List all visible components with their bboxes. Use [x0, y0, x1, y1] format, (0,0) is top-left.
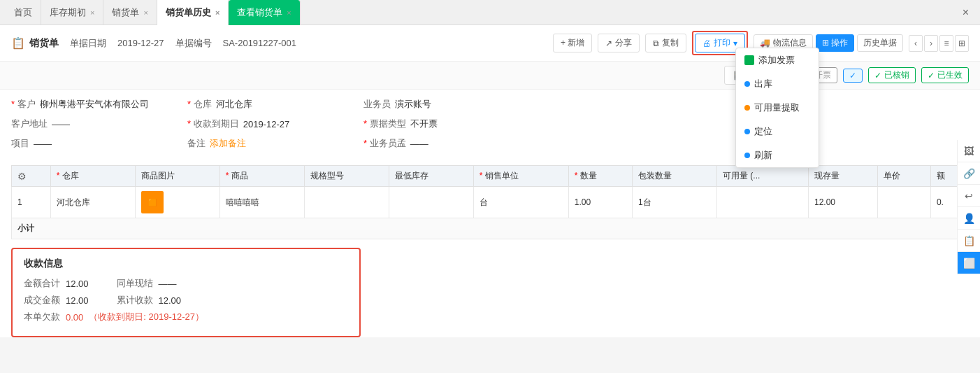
doc-no-value: SA-20191227-001 — [223, 38, 297, 48]
col-product: * 商品 — [219, 166, 304, 187]
doc-date-value: 2019-12-27 — [117, 38, 164, 48]
row-product: 嘻嘻嘻嘻 — [219, 187, 304, 218]
check-icon: ✓ — [874, 71, 881, 80]
payment-row-3: 本单欠款 0.00 （收款到期日: 2019-12-27） — [24, 311, 348, 323]
right-sidebar: 🖼 🔗 ↩ 👤 📋 ⬜ — [957, 140, 980, 274]
share-button[interactable]: ↗ 分享 — [598, 34, 640, 52]
warehouse-out-icon — [744, 81, 750, 87]
total-amount-label: 金额合计 — [24, 277, 60, 290]
sidebar-return-icon[interactable]: ↩ — [958, 185, 980, 207]
sidebar-link-icon[interactable]: 🔗 — [958, 162, 980, 185]
row-product-img: 🟧 — [135, 187, 219, 218]
sidebar-user-icon[interactable]: 👤 — [958, 207, 980, 230]
col-available: 可用量 (... — [717, 166, 809, 187]
confirm-button[interactable]: ✓ — [843, 69, 863, 83]
sidebar-doc-icon[interactable]: 📋 — [958, 230, 980, 252]
warehouse-out-item[interactable]: 出库 — [736, 72, 819, 96]
tab-sales-order-close[interactable]: × — [143, 8, 147, 17]
owe-label: 本单欠款 — [24, 311, 60, 323]
locate-item[interactable]: 定位 — [736, 120, 819, 143]
col-stock: 现存量 — [808, 166, 877, 187]
tab-inventory-init-close[interactable]: × — [90, 8, 94, 17]
history-tab[interactable]: 历史单据 — [857, 34, 903, 52]
tab-home[interactable]: 首页 — [6, 0, 41, 25]
payment-section: 收款信息 金额合计 12.00 同单现结 —— 成交金额 12.00 累计收款 … — [11, 248, 361, 337]
subtotal-label: 小计 — [12, 218, 969, 239]
deal-amount-value: 12.00 — [66, 295, 89, 306]
doc-header: 📋 销货单 单据日期 2019-12-27 单据编号 SA-20191227-0… — [0, 25, 980, 62]
refresh-item[interactable]: 刷新 — [736, 143, 819, 167]
nav-arrows: ‹ › ≡ ⊞ — [909, 35, 969, 52]
staff2-value: —— — [410, 139, 428, 149]
deal-amount-label: 成交金额 — [24, 294, 60, 307]
ticket-type-value: 不开票 — [410, 118, 438, 130]
new-button[interactable]: + 新增 — [553, 34, 592, 52]
window-close-button[interactable]: × — [957, 6, 974, 19]
row-quantity: 1.00 — [568, 187, 632, 218]
effect-button[interactable]: ✓ 已生效 — [921, 67, 969, 83]
main-content: 📋 销货单 单据日期 2019-12-27 单据编号 SA-20191227-0… — [0, 25, 980, 337]
same-order-value: —— — [159, 279, 177, 289]
list-view-icon[interactable]: ≡ — [939, 35, 953, 52]
prev-arrow[interactable]: ‹ — [909, 35, 923, 52]
table-section: ⚙ * 仓库 商品图片 * 商品 规格型号 最低库存 * 销售单位 * 数量 包… — [11, 165, 969, 239]
col-settings[interactable]: ⚙ — [12, 166, 51, 187]
sidebar-image-icon[interactable]: 🖼 — [958, 140, 980, 162]
payment-deal: 成交金额 12.00 — [24, 294, 89, 307]
tab-inventory-init[interactable]: 库存期初 × — [41, 0, 103, 25]
row-min-stock — [389, 187, 473, 218]
add-invoice-icon — [744, 55, 754, 65]
doc-meta: 单据日期 2019-12-27 单据编号 SA-20191227-001 — [70, 37, 296, 50]
confirm-icon: ✓ — [849, 71, 856, 80]
col-product-img: 商品图片 — [135, 166, 219, 187]
effect-check-icon: ✓ — [928, 71, 935, 80]
row-index: 1 — [12, 187, 51, 218]
tab-view-sales-close[interactable]: × — [287, 8, 291, 17]
ticket-type-field: * 票据类型 不开票 — [363, 118, 517, 130]
refresh-icon — [744, 153, 750, 158]
staff-field: 业务员 演示账号 — [363, 98, 517, 111]
settings-icon: ⚙ — [17, 171, 27, 182]
copy-button[interactable]: ⧉ 复制 — [645, 34, 686, 52]
toolbar-row: 📱 来自手机 ● 未开票 ✓ ✓ 已核销 ✓ 已生效 — [0, 62, 980, 90]
sidebar-expand-icon[interactable]: ⬜ — [958, 252, 980, 274]
table-wrapper: ⚙ * 仓库 商品图片 * 商品 规格型号 最低库存 * 销售单位 * 数量 包… — [11, 165, 969, 239]
owe-due: （收款到期日: 2019-12-27） — [89, 311, 204, 323]
tab-bar: 首页 库存期初 × 销货单 × 销货单历史 × 查看销货单 × × — [0, 0, 980, 25]
customer-field: * 客户 柳州粤港平安气体有限公司 — [11, 98, 165, 111]
doc-title-text: 销货单 — [29, 37, 59, 50]
customer-addr-field: 客户地址 —— — [11, 118, 165, 130]
operate-dropdown: 添加发票 出库 可用量提取 定位 刷新 — [735, 48, 819, 168]
logistics-icon: 🚚 — [760, 38, 770, 48]
tab-sales-order[interactable]: 销货单 × — [103, 0, 157, 25]
add-invoice-item[interactable]: 添加发票 — [736, 48, 819, 72]
cumulative-label: 累计收款 — [117, 294, 153, 307]
product-image: 🟧 — [141, 191, 164, 213]
form-row-2: 客户地址 —— * 收款到期日 2019-12-27 * 票据类型 不开票 — [11, 118, 969, 130]
col-sales-unit: * 销售单位 — [473, 166, 568, 187]
next-arrow[interactable]: › — [924, 35, 938, 52]
row-spec — [304, 187, 389, 218]
operate-tab[interactable]: ⊞ 操作 — [816, 34, 854, 52]
tab-sales-history-close[interactable]: × — [215, 8, 219, 17]
grid-view-icon[interactable]: ⊞ — [955, 35, 969, 52]
project-field: 项目 —— — [11, 137, 165, 150]
staff2-field: * 业务员孟 —— — [363, 137, 517, 150]
available-pickup-icon — [744, 105, 750, 111]
available-pickup-item[interactable]: 可用量提取 — [736, 96, 819, 120]
tab-sales-history[interactable]: 销货单历史 × — [157, 0, 229, 25]
add-note-button[interactable]: 添加备注 — [210, 137, 246, 150]
sold-button[interactable]: ✓ 已核销 — [868, 67, 916, 83]
payment-row-2: 成交金额 12.00 累计收款 12.00 — [24, 294, 348, 307]
payment-cumulative: 累计收款 12.00 — [117, 294, 182, 307]
payment-same-order: 同单现结 —— — [117, 277, 177, 290]
table-row: 1 河北仓库 🟧 嘻嘻嘻嘻 台 1.00 1台 12.00 — [12, 187, 969, 218]
project-value: —— — [34, 139, 52, 149]
col-unit-price: 单价 — [877, 166, 930, 187]
warehouse-field: * 仓库 河北仓库 — [187, 98, 341, 111]
due-date-value: 2019-12-27 — [243, 119, 290, 129]
col-warehouse: * 仓库 — [50, 166, 135, 187]
doc-title: 📋 销货单 — [11, 36, 59, 50]
tab-view-sales[interactable]: 查看销货单 × — [229, 0, 300, 25]
form-row-3: 项目 —— 备注 添加备注 * 业务员孟 —— — [11, 137, 969, 150]
